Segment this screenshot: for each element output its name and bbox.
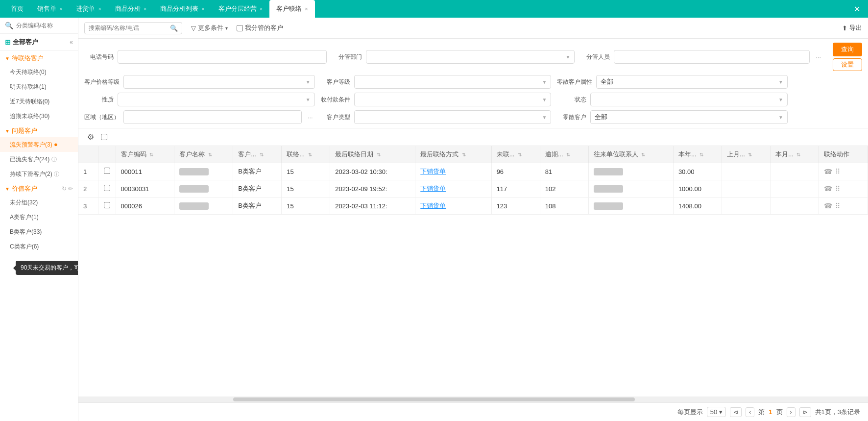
first-page-btn[interactable]: ⊲: [730, 407, 742, 417]
tab-sales[interactable]: 销售单 ×: [30, 0, 69, 18]
tab-purchase[interactable]: 进货单 ×: [69, 0, 108, 18]
page-size-select[interactable]: 50 ▾: [707, 407, 726, 417]
horizontal-scrollbar[interactable]: [78, 396, 868, 402]
cell-checkbox[interactable]: [98, 180, 116, 198]
method-link[interactable]: 下销货单: [420, 168, 446, 175]
cell-last-method[interactable]: 下销货单: [415, 198, 491, 215]
col-name[interactable]: 客户名称 ⇅: [174, 146, 233, 163]
cell-name: [174, 180, 233, 198]
col-this-year[interactable]: 本年... ⇅: [673, 146, 722, 163]
more-dots[interactable]: ···: [814, 53, 823, 61]
sidebar-item-declining[interactable]: 持续下滑客户(2) ⓘ: [0, 167, 78, 181]
col-contact[interactable]: 联络... ⇅: [282, 146, 330, 163]
sidebar-group-pending[interactable]: ▼ 待联络客户: [0, 51, 78, 65]
sidebar-group-value[interactable]: ▼ 价值客户 ↻ ✏: [0, 181, 78, 195]
cell-last-method[interactable]: 下销货单: [415, 180, 491, 198]
cell-last-method[interactable]: 下销货单: [415, 163, 491, 180]
contact-icon[interactable]: ☎: [824, 202, 832, 210]
tab-product-analysis[interactable]: 商品分析 ×: [108, 0, 153, 18]
sidebar-item-today[interactable]: 今天待联络(0): [0, 65, 78, 79]
contact-icon[interactable]: ☎: [824, 168, 832, 175]
customer-level-select[interactable]: ▼: [354, 75, 552, 89]
next-page-btn[interactable]: ›: [787, 407, 796, 417]
payment-select[interactable]: ▼: [354, 93, 552, 106]
sidebar-search-input[interactable]: [16, 22, 73, 29]
table-row: 3 000026 B类客户 15 2023-02-03 11:12: 下销货单 …: [78, 198, 868, 215]
field-manager: 分管人员 ···: [580, 50, 823, 64]
more-action-icon[interactable]: ⠿: [835, 168, 840, 175]
sidebar-group-problem[interactable]: ▼ 问题客户 90天未交易的客户，可能有流失风险。: [0, 124, 78, 137]
sidebar-item-churned[interactable]: 已流失客户(24) ⓘ: [0, 152, 78, 167]
tab-purchase-close[interactable]: ×: [98, 6, 101, 12]
row-checkbox-1[interactable]: [104, 185, 110, 191]
gender-select[interactable]: ▼: [118, 93, 315, 106]
col-last-month[interactable]: 上月... ⇅: [722, 146, 770, 163]
sidebar-item-week[interactable]: 近7天待联络(0): [0, 94, 78, 109]
prev-page-btn[interactable]: ‹: [746, 407, 754, 417]
tab-customer-layer-close[interactable]: ×: [260, 6, 263, 12]
area-more-dots[interactable]: ···: [306, 114, 315, 121]
tab-home[interactable]: 首页: [4, 0, 30, 18]
cell-overdue: 81: [540, 163, 588, 180]
method-link[interactable]: 下销货单: [420, 185, 446, 192]
scrollbar-thumb[interactable]: [233, 397, 635, 401]
more-action-icon[interactable]: ⠿: [835, 185, 840, 193]
sidebar-item-overdue[interactable]: 逾期未联络(30): [0, 109, 78, 124]
sidebar-item-tomorrow[interactable]: 明天待联络(1): [0, 79, 78, 94]
select-all-checkbox[interactable]: [101, 134, 107, 140]
chevron-down-icon: ▼: [565, 54, 570, 60]
sidebar-item-ungrouped[interactable]: 未分组(32): [0, 195, 78, 210]
sidebar-all-customers[interactable]: ⊞ 全部客户 «: [0, 34, 78, 51]
contact-icon[interactable]: ☎: [824, 185, 832, 193]
phone-input[interactable]: [118, 50, 327, 64]
customer-type-select[interactable]: ▼: [354, 110, 552, 124]
my-customers-check[interactable]: 我分管的客户: [237, 24, 283, 32]
sidebar-item-churn-warning[interactable]: 流失预警客户(3) ●: [0, 137, 78, 152]
tab-product-analysis-list-close[interactable]: ×: [201, 6, 204, 12]
col-index: [78, 146, 98, 163]
col-uncontacted[interactable]: 未联... ⇅: [491, 146, 540, 163]
my-customers-checkbox[interactable]: [237, 25, 243, 31]
area-select[interactable]: [123, 110, 302, 124]
query-button[interactable]: 查询: [833, 43, 862, 56]
tab-customer-contact[interactable]: 客户联络 ×: [269, 0, 314, 18]
col-last-date[interactable]: 最后联络日期 ⇅: [330, 146, 415, 163]
export-btn[interactable]: ⬆ 导出: [842, 24, 862, 32]
row-checkbox-2[interactable]: [104, 202, 110, 208]
chevron-down-icon-8: ▼: [542, 115, 547, 120]
col-overdue[interactable]: 逾期... ⇅: [540, 146, 588, 163]
tab-product-analysis-close[interactable]: ×: [144, 6, 146, 12]
tab-product-analysis-list[interactable]: 商品分析列表 ×: [153, 0, 211, 18]
tab-customer-layer[interactable]: 客户分层经营 ×: [212, 0, 269, 18]
dept-select[interactable]: ▼: [366, 50, 575, 64]
method-link[interactable]: 下销货单: [420, 202, 446, 209]
cell-checkbox[interactable]: [98, 198, 116, 215]
status-select[interactable]: ▼: [590, 93, 788, 106]
col-code[interactable]: 客户编码 ⇅: [116, 146, 174, 163]
tab-customer-contact-close[interactable]: ×: [305, 6, 308, 12]
sidebar-item-a-class[interactable]: A类客户(1): [0, 210, 78, 224]
price-level-select[interactable]: ▼: [123, 75, 315, 89]
col-last-method[interactable]: 最后联络方式 ⇅: [415, 146, 491, 163]
cell-uncontacted: 117: [491, 180, 540, 198]
arrow-down-icon-3: ▼: [5, 186, 10, 192]
more-conditions-btn[interactable]: ▽ 更多条件 ▾: [187, 22, 232, 34]
col-type[interactable]: 客户... ⇅: [233, 146, 282, 163]
tab-sales-close[interactable]: ×: [59, 6, 62, 12]
search-input[interactable]: [89, 25, 167, 31]
sidebar-item-c-class[interactable]: C类客户(6): [0, 239, 78, 254]
table-settings-icon[interactable]: ⚙: [84, 131, 97, 143]
manager-select[interactable]: [614, 50, 810, 64]
field-price-level: 客户价格等级 ▼: [84, 75, 315, 89]
row-checkbox-0[interactable]: [104, 168, 110, 174]
cell-checkbox[interactable]: [98, 163, 116, 180]
retail-customer-select[interactable]: 全部 ▼: [590, 110, 788, 124]
last-page-btn[interactable]: ⊳: [799, 407, 811, 417]
settings-button[interactable]: 设置: [833, 58, 862, 71]
col-this-month[interactable]: 本月... ⇅: [771, 146, 819, 163]
window-close-button[interactable]: ✕: [850, 4, 864, 14]
sidebar-item-b-class[interactable]: B类客户(33): [0, 224, 78, 239]
col-unit-contact[interactable]: 往来单位联系人 ⇅: [588, 146, 673, 163]
more-action-icon[interactable]: ⠿: [835, 202, 840, 210]
retail-attr-select[interactable]: 全部 ▼: [596, 75, 788, 89]
